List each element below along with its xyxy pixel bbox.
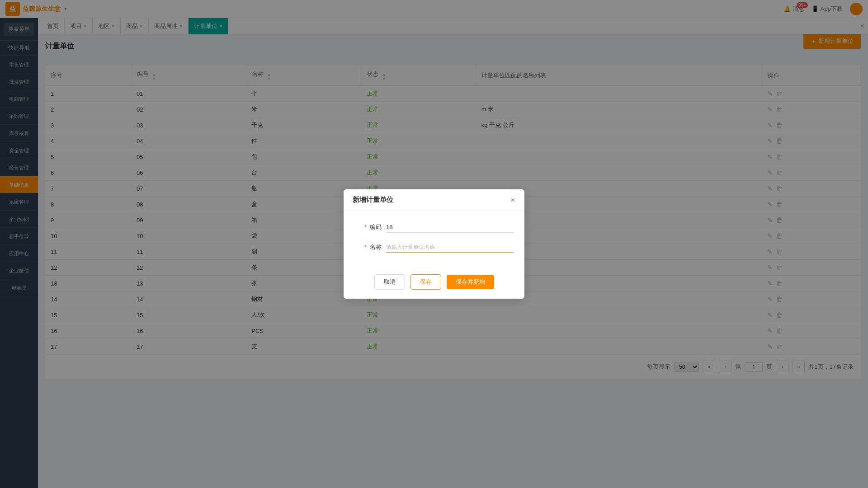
name-label: * 名称 [354, 243, 382, 251]
modal-footer: 取消 保存 保存并新增 [344, 269, 524, 299]
modal-body: * 编码 * 名称 [344, 211, 524, 269]
add-unit-modal: 新增计量单位 × * 编码 * 名称 取消 保存 保存并新增 [344, 189, 524, 299]
code-label: * 编码 [354, 223, 382, 231]
save-and-new-button[interactable]: 保存并新增 [447, 275, 494, 289]
modal-header: 新增计量单位 × [344, 189, 524, 211]
name-form-item: * 名称 [354, 242, 514, 253]
code-input[interactable] [386, 222, 514, 233]
modal-overlay: 新增计量单位 × * 编码 * 名称 取消 保存 保存并新增 [0, 0, 868, 488]
name-input[interactable] [386, 242, 514, 253]
modal-close-button[interactable]: × [510, 196, 515, 204]
save-button[interactable]: 保存 [410, 274, 441, 290]
cancel-button[interactable]: 取消 [374, 274, 405, 290]
modal-title: 新增计量单位 [353, 196, 393, 204]
code-required-mark: * [364, 224, 367, 230]
code-form-item: * 编码 [354, 222, 514, 233]
name-required-mark: * [364, 244, 367, 250]
